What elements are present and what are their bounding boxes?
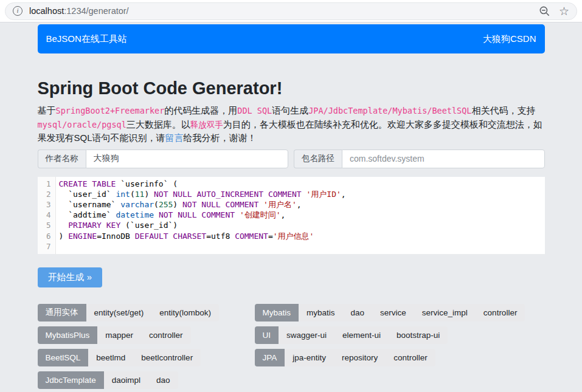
code-token: ENGINE [68,232,97,241]
code-line[interactable]: `addtime` datetime NOT NULL COMMENT '创建时… [59,210,545,220]
code-token [302,190,307,199]
template-group: JdbcTemplatedaoimpldao [38,371,178,389]
template-option-button[interactable]: mapper [97,326,141,344]
code-span: 释放双手 [190,120,223,129]
template-option-button[interactable]: entity(set/get) [86,304,152,322]
group-label-button[interactable]: UI [255,326,279,344]
zoom-out-icon[interactable] [539,5,550,17]
template-option-button[interactable]: bootstrap-ui [389,326,448,344]
template-option-button[interactable]: swagger-ui [279,326,334,344]
generate-button[interactable]: 开始生成 » [38,267,103,287]
template-option-button[interactable]: entity(lombok) [151,304,219,322]
template-option-button[interactable]: beetlmd [88,349,133,366]
code-token: CREATE TABLE [59,179,116,188]
template-group: BeetlSQLbeetlmdbeetlcontroller [38,349,201,366]
template-option-button[interactable]: service [372,304,414,322]
template-option-button[interactable]: controller [386,349,435,366]
description-text: 给我分析，谢谢！ [184,132,257,143]
template-group: UIswagger-uielement-uibootstrap-ui [255,326,448,344]
code-token: COMMENT [235,232,268,241]
code-token [154,210,159,219]
template-group-row: MybatisPlusmappercontroller [38,326,255,344]
line-number: 1 [38,179,55,189]
code-token: (`user_id`) [120,221,178,230]
package-label: 包名路径 [294,150,342,168]
group-label-button[interactable]: JPA [255,349,285,366]
code-token: `addtime` [59,210,116,219]
template-option-button[interactable]: controller [476,304,525,322]
code-token: , [297,200,302,209]
code-token: PRIMARY KEY [68,221,120,230]
group-label-button[interactable]: 通用实体 [38,304,86,322]
code-token: `userinfo` ( [116,179,178,188]
code-span: SpringBoot2+Freemarker [56,106,165,115]
code-line[interactable] [59,241,545,252]
code-token: '用户名' [263,200,297,209]
code-span: mysql/oracle/pgsql [38,120,126,129]
line-number: 5 [38,220,55,230]
code-token: ) [59,232,69,241]
code-token: = [268,232,273,241]
package-input-group: 包名路径 [294,150,545,168]
code-token [59,221,69,230]
address-bar[interactable]: i localhost:1234/generator/ ☆ [5,2,577,20]
group-label-button[interactable]: MybatisPlus [38,326,98,344]
sql-editor[interactable]: 1234567 CREATE TABLE `userinfo` ( `user_… [38,177,545,254]
template-option-button[interactable]: repository [334,349,386,366]
code-line[interactable]: `username` varchar(255) NOT NULL COMMENT… [59,199,545,210]
code-line[interactable]: ) ENGINE=InnoDB DEFAULT CHARSET=utf8 COM… [59,231,545,241]
code-token: varchar [120,200,154,209]
template-option-button[interactable]: element-ui [334,326,389,344]
code-line[interactable]: PRIMARY KEY (`user_id`) [59,220,545,230]
template-group-row: 通用实体entity(set/get)entity(lombok) [38,304,255,322]
line-number: 6 [38,231,55,241]
code-line[interactable]: CREATE TABLE `userinfo` ( [59,179,545,189]
code-token: '创建时间' [240,210,281,219]
group-label-button[interactable]: JdbcTemplate [38,371,104,389]
template-group: JPAjpa-entityrepositorycontroller [255,349,435,366]
page-title: Spring Boot Code Generator! [38,78,545,98]
code-token: , [341,190,346,199]
template-option-button[interactable]: dao [148,371,178,389]
navbar-csdn-link[interactable]: 大狼狗CSDN [483,33,536,45]
feedback-link[interactable]: 留言 [165,132,184,143]
author-input-group: 作者名称 [38,150,289,168]
code-token: '用户ID' [307,190,341,199]
description: 基于SpringBoot2+Freemarker的代码生成器，用DDL SQL语… [38,104,545,145]
template-group-row: Mybatismybatisdaoserviceservice_implcont… [255,304,545,322]
navbar-brand-link[interactable]: BeJSON在线工具站 [46,33,127,45]
bookmark-star-icon[interactable]: ☆ [559,4,569,18]
url-host: localhost [29,6,64,16]
template-option-button[interactable]: mybatis [299,304,343,322]
editor-code[interactable]: CREATE TABLE `userinfo` ( `user_id` int(… [56,177,545,254]
author-input[interactable] [86,150,289,168]
template-group: Mybatismybatisdaoserviceservice_implcont… [255,304,525,322]
group-label-button[interactable]: BeetlSQL [38,349,89,366]
code-token: '用户信息' [273,232,314,241]
url-text[interactable]: localhost:1234/generator/ [29,6,129,16]
code-token: ) [144,190,154,199]
page-info-icon[interactable]: i [13,6,23,16]
template-option-button[interactable]: beetlcontroller [133,349,201,366]
code-token: int [116,190,130,199]
code-token: NOT NULL AUTO_INCREMENT COMMENT [154,190,302,199]
code-token: =InnoDB [97,232,135,241]
template-group-row: JPAjpa-entityrepositorycontroller [255,349,545,366]
template-option-button[interactable]: service_impl [414,304,476,322]
description-text: 基于 [38,105,56,115]
code-token: NOT NULL COMMENT [159,210,235,219]
code-line[interactable]: `user_id` int(11) NOT NULL AUTO_INCREMEN… [59,189,545,199]
package-input[interactable] [342,150,545,168]
description-text: 的代码生成器，用 [164,105,237,115]
group-label-button[interactable]: Mybatis [255,304,299,322]
navbar: BeJSON在线工具站 大狼狗CSDN [38,24,545,53]
line-number: 4 [38,210,55,220]
template-option-button[interactable]: controller [141,326,191,344]
code-token: 255 [159,200,173,209]
template-option-button[interactable]: jpa-entity [285,349,334,366]
template-option-button[interactable]: dao [343,304,373,322]
template-group: 通用实体entity(set/get)entity(lombok) [38,304,220,322]
editor-gutter: 1234567 [38,177,56,254]
line-number: 3 [38,199,55,210]
template-option-button[interactable]: daoimpl [104,371,148,389]
